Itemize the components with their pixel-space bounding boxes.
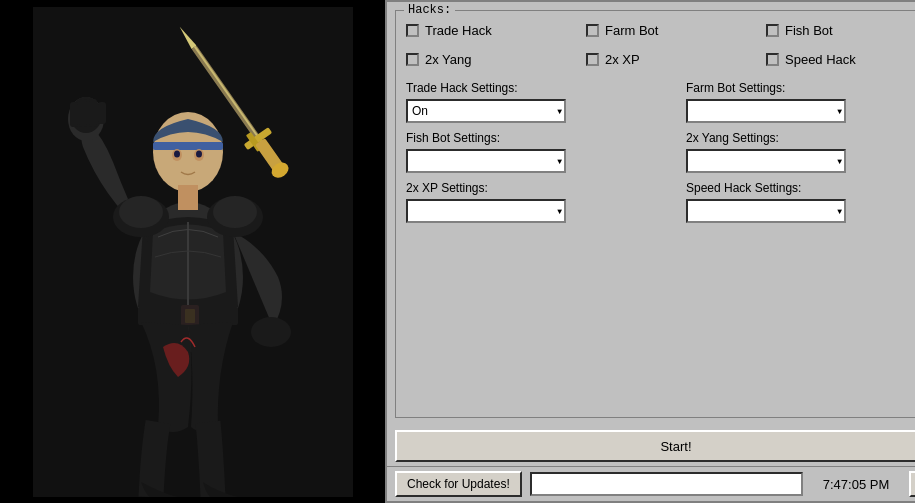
- farm-bot-checkbox[interactable]: [586, 24, 599, 37]
- character-image: [0, 0, 385, 503]
- start-button-row: Start!: [395, 430, 915, 462]
- svg-rect-20: [79, 99, 87, 127]
- 2x-yang-select[interactable]: On Off: [686, 149, 846, 173]
- hacks-panel: Hacks: Trade Hack Farm Bot Fish Bot 2x Y…: [385, 0, 915, 503]
- fish-bot-select-wrapper: On Off: [406, 149, 566, 173]
- speed-hack-select-wrapper: On Off: [686, 199, 846, 223]
- speed-hack-label: Speed Hack: [785, 52, 856, 67]
- 2x-xp-settings-group: 2x XP Settings: On Off: [406, 181, 666, 223]
- check-updates-button[interactable]: Check for Updates!: [395, 471, 522, 497]
- svg-rect-11: [153, 142, 223, 150]
- speed-hack-settings-group: Speed Hack Settings: On Off: [686, 181, 915, 223]
- checkbox-row-1: Trade Hack Farm Bot Fish Bot: [406, 23, 915, 38]
- 2x-xp-label: 2x XP: [605, 52, 640, 67]
- svg-rect-19: [70, 102, 78, 127]
- start-button[interactable]: Start!: [395, 430, 915, 462]
- hacks-group: Hacks: Trade Hack Farm Bot Fish Bot 2x Y…: [395, 10, 915, 418]
- 2x-yang-settings-label: 2x Yang Settings:: [686, 131, 915, 145]
- exit-button[interactable]: Exit: [909, 471, 915, 497]
- 2x-xp-settings-label: 2x XP Settings:: [406, 181, 666, 195]
- fish-bot-settings-group: Fish Bot Settings: On Off: [406, 131, 666, 173]
- 2x-yang-label: 2x Yang: [425, 52, 472, 67]
- bottom-bar: Check for Updates! 7:47:05 PM Exit: [387, 466, 915, 501]
- speed-hack-checkbox[interactable]: [766, 53, 779, 66]
- fish-bot-checkbox[interactable]: [766, 24, 779, 37]
- farm-bot-select[interactable]: On Off: [686, 99, 846, 123]
- svg-point-25: [119, 196, 163, 228]
- trade-hack-checkbox[interactable]: [406, 24, 419, 37]
- fish-bot-label: Fish Bot: [785, 23, 833, 38]
- trade-hack-settings-label: Trade Hack Settings:: [406, 81, 666, 95]
- farm-bot-settings-label: Farm Bot Settings:: [686, 81, 915, 95]
- 2x-xp-select[interactable]: On Off: [406, 199, 566, 223]
- svg-point-27: [213, 196, 257, 228]
- svg-rect-30: [185, 309, 195, 323]
- checkbox-row-2: 2x Yang 2x XP Speed Hack: [406, 52, 915, 67]
- time-display: 7:47:05 PM: [811, 477, 901, 492]
- svg-rect-16: [178, 185, 198, 210]
- speed-hack-settings-label: Speed Hack Settings:: [686, 181, 915, 195]
- svg-point-15: [196, 150, 202, 157]
- farm-bot-settings-group: Farm Bot Settings: On Off: [686, 81, 915, 123]
- 2x-yang-checkbox[interactable]: [406, 53, 419, 66]
- trade-hack-select-wrapper: On Off: [406, 99, 566, 123]
- speed-hack-select[interactable]: On Off: [686, 199, 846, 223]
- speed-hack-checkbox-item: Speed Hack: [766, 52, 915, 67]
- svg-rect-22: [98, 102, 106, 124]
- 2x-xp-checkbox[interactable]: [586, 53, 599, 66]
- farm-bot-checkbox-item: Farm Bot: [586, 23, 766, 38]
- trade-hack-select[interactable]: On Off: [406, 99, 566, 123]
- 2x-yang-settings-group: 2x Yang Settings: On Off: [686, 131, 915, 173]
- update-input[interactable]: [530, 472, 803, 496]
- trade-hack-label: Trade Hack: [425, 23, 492, 38]
- character-panel: [0, 0, 385, 503]
- trade-hack-checkbox-item: Trade Hack: [406, 23, 586, 38]
- 2x-xp-select-wrapper: On Off: [406, 199, 566, 223]
- fish-bot-settings-label: Fish Bot Settings:: [406, 131, 666, 145]
- 2x-xp-checkbox-item: 2x XP: [586, 52, 766, 67]
- 2x-yang-checkbox-item: 2x Yang: [406, 52, 586, 67]
- farm-bot-label: Farm Bot: [605, 23, 658, 38]
- fish-bot-checkbox-item: Fish Bot: [766, 23, 915, 38]
- trade-hack-settings-group: Trade Hack Settings: On Off: [406, 81, 666, 123]
- farm-bot-select-wrapper: On Off: [686, 99, 846, 123]
- svg-point-23: [251, 317, 291, 347]
- svg-rect-21: [89, 99, 97, 127]
- fish-bot-select[interactable]: On Off: [406, 149, 566, 173]
- svg-point-14: [174, 150, 180, 157]
- settings-grid: Trade Hack Settings: On Off Farm Bot Set…: [406, 81, 915, 223]
- hacks-legend: Hacks:: [404, 3, 455, 17]
- 2x-yang-select-wrapper: On Off: [686, 149, 846, 173]
